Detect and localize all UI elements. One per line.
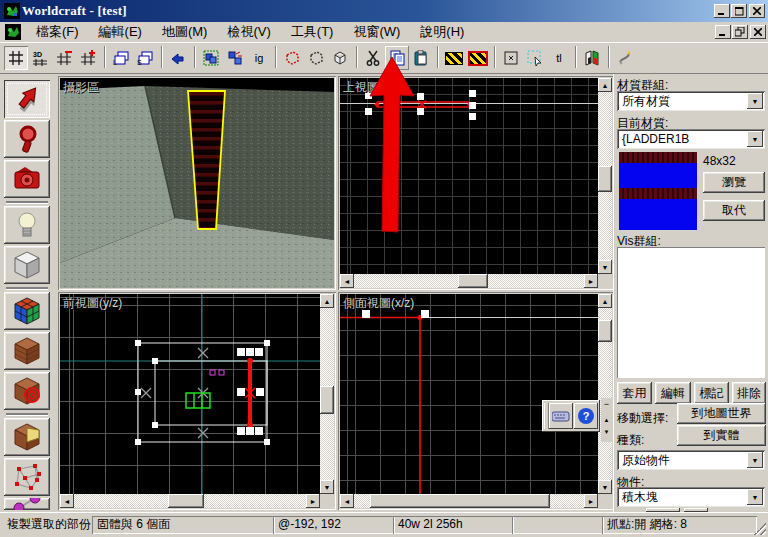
block-tool-button[interactable] [4, 246, 50, 284]
menu-window[interactable]: 視窗(W) [343, 21, 410, 44]
unhide-all-button[interactable] [328, 46, 352, 70]
context-help-button[interactable]: ? [574, 403, 598, 429]
menu-file[interactable]: 檔案(F) [26, 21, 89, 44]
undo-button[interactable] [166, 46, 190, 70]
magnify-tool-button[interactable] [4, 120, 50, 158]
chevron-down-icon[interactable]: ▼ [747, 93, 763, 109]
toggle-select-handles-button[interactable] [499, 46, 523, 70]
minimize-button[interactable] [714, 4, 730, 18]
panel-scroll-strip: − ▲ ▼ [601, 398, 613, 442]
ignore-groups-button[interactable]: ig [247, 46, 271, 70]
camera-tool-button[interactable] [4, 160, 50, 198]
svg-text:S: S [137, 59, 142, 66]
collapse-button[interactable]: − [601, 398, 612, 409]
entity-tool-button[interactable] [4, 206, 50, 244]
texture-group-combo[interactable]: 所有材質 ▼ [617, 91, 765, 111]
green-brush-outline [186, 393, 210, 408]
keyboard-shortcuts-button[interactable] [549, 403, 573, 429]
ungroup-button[interactable] [223, 46, 247, 70]
top-view-hscroll[interactable]: ◄ ► [340, 274, 598, 288]
hide-unselected-button[interactable] [304, 46, 328, 70]
replace-button[interactable]: 取代 [703, 200, 765, 221]
vertex-tool-button[interactable] [4, 458, 50, 496]
magic-wand-icon [617, 50, 633, 66]
toggle-cordon-button[interactable] [442, 46, 466, 70]
ignore-groups-label: ig [255, 52, 264, 64]
lightbulb-icon [11, 210, 43, 240]
scroll-up-icon: ▲ [320, 294, 334, 308]
chevron-down-icon[interactable]: ▼ [747, 452, 763, 468]
grid-plus-icon [80, 50, 96, 66]
menu-view[interactable]: 檢視(V) [217, 21, 280, 44]
viewport-front-label: 前視圖(y/z) [63, 295, 122, 312]
flip-faces-button[interactable] [580, 46, 604, 70]
category-combo[interactable]: 原始物件 ▼ [617, 450, 765, 470]
paste-button[interactable] [409, 46, 433, 70]
cut-button[interactable] [361, 46, 385, 70]
selection-tool-button[interactable] [4, 80, 50, 118]
title-bar[interactable]: Worldcraft - [test] [0, 0, 768, 22]
larger-grid-button[interactable] [76, 46, 100, 70]
viewport-top[interactable]: 上視圖(x/y) ▲ ▼ ◄ ► [338, 76, 614, 290]
edit-cordon-button[interactable] [466, 46, 490, 70]
selection-arrow-icon [11, 84, 43, 114]
vis-mark-button[interactable]: 標記 [694, 382, 729, 404]
auto-selection-button[interactable] [523, 46, 547, 70]
vis-exclude-button[interactable]: 排除 [732, 382, 766, 404]
save-window-state-button[interactable]: S [133, 46, 157, 70]
vis-groups-listbox[interactable] [617, 247, 765, 378]
vis-apply-button[interactable]: 套用 [617, 382, 652, 404]
resize-grip[interactable] [754, 523, 766, 535]
texture-cube-icon [11, 296, 43, 326]
load-window-state-button[interactable]: L [109, 46, 133, 70]
mdi-restore-button[interactable] [732, 25, 748, 39]
vertex-cube-icon [11, 462, 43, 492]
menu-tools[interactable]: 工具(T) [281, 21, 344, 44]
document-icon[interactable] [5, 24, 21, 40]
apply-texture-tool-button[interactable] [4, 332, 50, 370]
menu-map[interactable]: 地圖(M) [152, 21, 218, 44]
to-entity-button[interactable]: 到實體 [677, 425, 766, 446]
top-view-vscroll[interactable]: ▲ ▼ [598, 78, 612, 274]
object-combo[interactable]: 積木塊 ▼ [617, 487, 765, 507]
copy-button[interactable] [385, 46, 409, 70]
chevron-down-icon[interactable]: ▼ [747, 489, 763, 505]
grid-3d-icon: 3D [32, 50, 48, 66]
hide-selected-button[interactable] [280, 46, 304, 70]
front-view-hscroll[interactable]: ◄ ► [60, 494, 320, 508]
close-button[interactable] [749, 4, 765, 18]
tiny-scroll-up-icon[interactable]: ▲ [601, 414, 612, 425]
side-view-vscroll[interactable]: ▲ ▼ [598, 294, 612, 494]
selection-cursor-icon [527, 50, 543, 66]
chevron-down-icon[interactable]: ▼ [747, 131, 763, 147]
to-world-button[interactable]: 到地圖世界 [677, 403, 766, 424]
menu-edit[interactable]: 編輯(E) [89, 21, 152, 44]
app-icon [4, 3, 20, 19]
mdi-close-button[interactable] [750, 25, 766, 39]
cube-icon [332, 50, 348, 66]
brick-cube-icon [11, 336, 43, 366]
clipping-tool-button[interactable] [4, 418, 50, 456]
viewport-camera[interactable]: 攝影區 [58, 76, 336, 290]
vis-edit-button[interactable]: 編輯 [655, 382, 691, 404]
side-view-hscroll[interactable]: ◄ ► [340, 494, 598, 508]
mdi-minimize-button[interactable] [715, 25, 731, 39]
tool-palette [0, 74, 57, 512]
front-view-vscroll[interactable]: ▲ ▼ [320, 294, 334, 494]
path-tool-button[interactable] [4, 498, 50, 510]
maximize-button[interactable] [731, 4, 747, 18]
toggle-grid-button[interactable] [4, 46, 28, 70]
camera-3d-scene [60, 78, 334, 288]
toggle-3d-grid-button[interactable]: 3D [28, 46, 52, 70]
smaller-grid-button[interactable] [52, 46, 76, 70]
browse-button[interactable]: 瀏覽 [703, 172, 765, 193]
options-button[interactable] [613, 46, 637, 70]
group-button[interactable] [199, 46, 223, 70]
texture-lock-button[interactable]: tl [547, 46, 571, 70]
texture-application-tool-button[interactable] [4, 292, 50, 330]
viewport-front[interactable]: 前視圖(y/z) ▲ ▼ ◄ ► [58, 292, 336, 510]
current-texture-combo[interactable]: {LADDER1B ▼ [617, 129, 765, 149]
tiny-scroll-down-icon[interactable]: ▼ [601, 426, 612, 437]
decal-tool-button[interactable] [4, 372, 50, 410]
menu-help[interactable]: 說明(H) [410, 21, 474, 44]
